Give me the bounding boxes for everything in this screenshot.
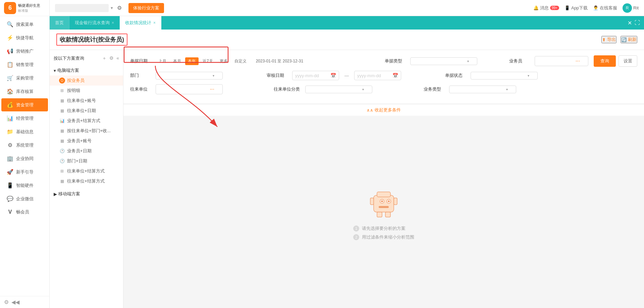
calendar-to-icon[interactable]: 📅 <box>392 73 398 78</box>
doc-type-select[interactable]: ▾ <box>410 57 477 65</box>
review-date-to-input[interactable]: yyyy-mm-dd 📅 <box>354 71 401 80</box>
tree-parent-pc[interactable]: ▾ 电脑端方案 <box>50 65 123 75</box>
tab-collection-stat[interactable]: 收款情况统计 × <box>120 16 161 30</box>
logo-area: 6 畅捷通好生意 标准版 <box>0 0 49 16</box>
collection-stat-tab-close[interactable]: × <box>153 20 156 25</box>
settings-button[interactable]: 设置 <box>619 55 637 67</box>
breadcrumb: ▾ <box>55 4 113 12</box>
collapse-sidebar-icon[interactable]: ◀◀ <box>11 299 19 305</box>
logo-text-block: 畅捷通好生意 标准版 <box>18 3 40 13</box>
tree-item-salesperson-account[interactable]: ▦ 业务员+账号 <box>50 136 123 146</box>
tab-home[interactable]: 首页 <box>50 16 69 30</box>
dept-select[interactable]: ▾ <box>156 72 223 80</box>
partner-more-icon[interactable]: ··· <box>210 86 214 92</box>
app-download-button[interactable]: 📱 App下载 <box>565 5 588 11</box>
date-tab-more[interactable]: 更多 <box>217 57 230 65</box>
content-wrapper: 按以下方案查询 ＋ ⚙ « ▾ 电脑端方案 O 按业务员 <box>50 50 644 308</box>
add-scheme-icon[interactable]: ＋ <box>102 55 107 61</box>
sidebar-item-hardware[interactable]: 📱 智能硬件 <box>1 179 48 192</box>
pc-section: ▾ 电脑端方案 O 按业务员 ⊞ 按明细 ▦ 往来单位+账号 <box>50 64 123 188</box>
unit-dept-collect-icon: ▦ <box>59 128 65 134</box>
salesperson-more-icon[interactable]: ··· <box>576 58 580 64</box>
partner-select[interactable]: ··· <box>156 84 223 94</box>
sidebar-item-enterprise[interactable]: 🏢 企业协同 <box>1 152 48 165</box>
partner-category-chevron: ▾ <box>362 88 364 91</box>
sidebar-item-quick-nav[interactable]: ⚡ 快捷导航 <box>1 31 48 44</box>
tree-parent-mobile[interactable]: ▶ 移动端方案 <box>50 189 123 199</box>
tab-bank-flow[interactable]: 现金银行流水查询 × <box>69 16 120 30</box>
bank-flow-tab-close[interactable]: × <box>112 20 114 25</box>
export-button[interactable]: ⬆ 导出 <box>601 36 616 43</box>
sidebar-item-purchase[interactable]: 🛒 采购管理 <box>1 71 48 85</box>
tree-item-unit-dept-collect[interactable]: ▦ 按往来单位+部门+收... <box>50 126 123 136</box>
biz-type-select[interactable]: ▾ <box>449 86 516 93</box>
sidebar-item-inventory[interactable]: 🏠 库存核算 <box>1 85 48 98</box>
tree-item-by-detail[interactable]: ⊞ 按明细 <box>50 86 123 96</box>
doc-status-chevron: ▾ <box>528 74 529 78</box>
home-tab-label: 首页 <box>55 20 64 26</box>
collapse-bar[interactable]: ∧∧ 收起更多条件 <box>123 104 644 116</box>
salesperson-select[interactable]: ··· <box>535 56 588 66</box>
calendar-from-icon[interactable]: 📅 <box>330 73 336 78</box>
dept-chevron: ▾ <box>213 74 214 78</box>
page-content: 收款情况统计(按业务员) ⬆ 导出 🔄 刷新 按以下方案查询 ＋ <box>50 30 644 308</box>
sidebar-item-finance[interactable]: 💰 资金管理 <box>1 98 48 111</box>
header-settings-icon[interactable]: ⚙ <box>117 5 122 11</box>
dept-date-label: 部门+日期 <box>67 158 87 164</box>
tree-item-unit-calc[interactable]: ⊞ 往来单位+结算方式 <box>50 166 123 176</box>
date-label: 单据日期 <box>130 58 150 64</box>
empty-step-1: 1 请先选择要分析的方案 <box>353 225 414 232</box>
lightning-icon: ⚡ <box>7 35 13 41</box>
date-tab-custom[interactable]: 自定义 <box>232 57 249 65</box>
wechat-icon: 💬 <box>7 196 13 202</box>
dept-label: 部门 <box>130 72 150 79</box>
action-buttons: 查询 设置 <box>594 55 637 67</box>
settings-bottom-icon[interactable]: ⚙ <box>4 299 9 305</box>
breadcrumb-dropdown-icon[interactable]: ▾ <box>111 5 113 10</box>
message-button[interactable]: 🔔 消息 99+ <box>533 5 559 11</box>
tab-close-all-icon[interactable]: ✕ <box>628 20 632 26</box>
sidebar-item-member[interactable]: V 畅会员 <box>1 206 48 218</box>
trial-button[interactable]: 体验行业方案 <box>128 3 164 13</box>
tree-item-unit-date[interactable]: ▦ 往来单位+日期 <box>50 106 123 116</box>
sidebar-item-wechat[interactable]: 💬 企业微信 <box>1 192 48 205</box>
doc-status-select[interactable]: ▾ <box>471 72 538 80</box>
sidebar-item-search[interactable]: 🔍 搜索菜单 <box>1 18 48 31</box>
tab-expand-icon[interactable]: ⛶ <box>635 20 640 26</box>
tree-expand-icon-mobile: ▶ <box>54 192 57 197</box>
partner-category-select[interactable]: ▾ <box>305 86 372 93</box>
salesperson-scheme-label: 按业务员 <box>67 78 85 84</box>
date-tab-this-year[interactable]: 本年 <box>185 57 199 65</box>
unit-date-scheme-icon: ▦ <box>59 108 65 114</box>
date-tab-last-month[interactable]: 上月 <box>156 57 169 65</box>
app-name: 畅捷通好生意 <box>18 3 40 8</box>
tree-expand-icon: ▾ <box>54 68 56 73</box>
review-date-from-input[interactable]: yyyy-mm-dd 📅 <box>292 71 339 80</box>
tree-item-by-salesperson[interactable]: O 按业务员 <box>50 75 123 86</box>
collapse-panel-icon[interactable]: « <box>116 55 119 61</box>
inventory-icon: 🏠 <box>7 88 13 95</box>
sidebar-item-sales[interactable]: 📋 销售管理 <box>1 58 48 71</box>
query-button[interactable]: 查询 <box>594 55 616 67</box>
top-header: ▾ ⚙ 体验行业方案 🔔 消息 99+ 📱 App下载 👨‍💼 在线客服 R R… <box>50 0 644 16</box>
date-tab-this-month[interactable]: 本月 <box>170 57 184 65</box>
collapse-bar-label: 收起更多条件 <box>375 107 401 113</box>
online-service-button[interactable]: 👨‍💼 在线客服 <box>593 5 617 11</box>
tree-item-salesperson-calc[interactable]: 📊 业务员+结算方式 <box>50 116 123 126</box>
sidebar-item-system[interactable]: ⚙ 系统管理 <box>1 139 48 152</box>
filter-area: 单据日期 上月 本月 本年 近7天 更多 自定义 2023-01-01 至 <box>123 50 644 104</box>
sidebar-item-basic[interactable]: 📁 基础信息 <box>1 125 48 138</box>
operation-icon: 📊 <box>7 115 13 121</box>
tree-item-dept-date[interactable]: 🕐 部门+日期 <box>50 156 123 166</box>
sidebar-item-marketing[interactable]: 📢 营销推广 <box>1 45 48 58</box>
sidebar-item-operation[interactable]: 📊 经营管理 <box>1 112 48 125</box>
tree-item-salesperson-date[interactable]: 🕐 业务员+日期 <box>50 146 123 156</box>
tree-item-unit-calc2[interactable]: ▦ 往来单位+结算方式 <box>50 176 123 186</box>
date-tab-7days[interactable]: 近7天 <box>200 57 216 65</box>
scheme-settings-icon[interactable]: ⚙ <box>109 55 114 61</box>
tree-item-unit-account[interactable]: ▦ 往来单位+账号 <box>50 96 123 106</box>
refresh-button[interactable]: 🔄 刷新 <box>621 36 637 43</box>
user-avatar[interactable]: R Rit <box>623 3 639 13</box>
sidebar-item-guide[interactable]: 🚀 新手引导 <box>1 165 48 178</box>
detail-scheme-icon: ⊞ <box>59 88 65 94</box>
